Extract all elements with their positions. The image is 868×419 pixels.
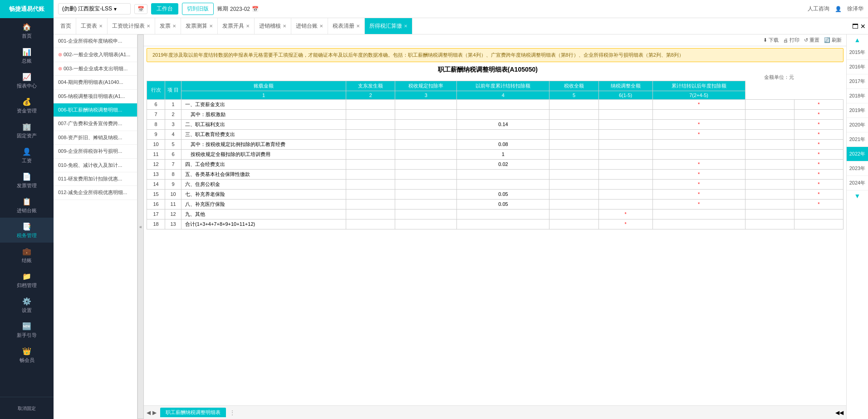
list-item-007[interactable]: 007-广告费和业务宣传费跨... <box>54 117 137 131</box>
row-c2[interactable] <box>395 109 457 119</box>
reset-button[interactable]: ↺ 重置 <box>804 37 819 44</box>
tab-invoice-close[interactable]: ✕ <box>172 24 176 29</box>
list-item-003[interactable]: ⊗003-一般企业成本支出明细... <box>54 62 137 76</box>
row-c1[interactable] <box>346 99 395 109</box>
row-c1[interactable] <box>346 179 395 189</box>
row-c6[interactable] <box>652 109 745 119</box>
row-c7[interactable] <box>745 99 794 109</box>
row-c1[interactable] <box>346 199 395 209</box>
year-2022[interactable]: 2022年 <box>847 147 868 161</box>
row-c6[interactable]: * <box>652 159 745 169</box>
row-c5[interactable]: * <box>598 219 652 229</box>
row-label[interactable]: 六、住房公积金 <box>181 179 346 189</box>
row-c4[interactable] <box>549 159 598 169</box>
row-c4[interactable] <box>549 139 598 149</box>
row-c8[interactable]: * <box>794 129 843 139</box>
row-c3[interactable] <box>457 179 549 189</box>
list-item-011[interactable]: 011-研发费用加计扣除优惠... <box>54 172 137 186</box>
row-c6[interactable]: * <box>652 199 745 209</box>
row-label[interactable]: 三、职工教育经费支出 <box>181 129 346 139</box>
sidebar-item-settings[interactable]: ⚙️ 设置 <box>0 292 54 317</box>
row-c3[interactable]: 0.02 <box>457 159 549 169</box>
row-c4[interactable] <box>549 119 598 129</box>
row-c6[interactable] <box>652 219 745 229</box>
list-item-006[interactable]: 006-职工薪酬纳税调整明细... <box>54 103 137 117</box>
calendar-button[interactable]: 📅 <box>134 4 147 14</box>
row-c3[interactable]: 0.05 <box>457 189 549 199</box>
row-c5[interactable] <box>598 119 652 129</box>
row-c5[interactable] <box>598 199 652 209</box>
row-c3[interactable]: 1 <box>457 149 549 159</box>
row-c7[interactable] <box>745 189 794 199</box>
row-c4[interactable] <box>549 129 598 139</box>
row-c6[interactable]: * <box>652 169 745 179</box>
row-c4[interactable] <box>549 149 598 159</box>
row-c5[interactable] <box>598 109 652 119</box>
row-c4[interactable] <box>549 169 598 179</box>
list-item-010[interactable]: 010-免税、减计收入及加计... <box>54 159 137 172</box>
sidebar-item-ledger[interactable]: 📊 总账 <box>0 43 54 68</box>
row-c1[interactable] <box>346 209 395 219</box>
row-c1[interactable] <box>346 109 395 119</box>
sheet-options-icon[interactable]: ⋮ <box>230 409 235 416</box>
tab-income-tax-close[interactable]: ✕ <box>404 24 407 29</box>
tab-payroll[interactable]: 工资表 ✕ <box>76 18 108 34</box>
sidebar-item-purchase-sales[interactable]: 📋 进销台账 <box>0 193 54 218</box>
row-c5[interactable]: * <box>598 209 652 219</box>
row-c7[interactable] <box>745 139 794 149</box>
row-label[interactable]: 九、其他 <box>181 209 346 219</box>
tab-ledger[interactable]: 进销台账 ✕ <box>291 18 328 34</box>
sidebar-item-guide[interactable]: 🆕 新手引导 <box>0 317 54 342</box>
row-c4[interactable] <box>549 109 598 119</box>
year-2015[interactable]: 2015年 <box>847 45 868 60</box>
company-selector[interactable]: (勿删) 江西股宝-LSS ▾ <box>58 3 131 15</box>
list-item-005[interactable]: 005-纳税调整项目明细表(A1... <box>54 90 137 103</box>
row-c8[interactable]: * <box>794 119 843 129</box>
list-item-004[interactable]: 004-期间费用明细表(A1040... <box>54 76 137 89</box>
row-c6[interactable] <box>652 209 745 219</box>
year-2017[interactable]: 2017年 <box>847 74 868 89</box>
row-label[interactable]: 其中：股权激励 <box>181 109 346 119</box>
table-container[interactable]: 职工薪酬纳税调整明细表(A105050) 金额单位：元 行次 项 目 账载金额 … <box>144 64 846 406</box>
row-c8[interactable]: * <box>794 139 843 149</box>
bottom-scroll-bar[interactable]: ◀◀ <box>835 409 843 416</box>
row-c8[interactable]: * <box>794 189 843 199</box>
row-c8[interactable]: * <box>794 179 843 189</box>
row-c8[interactable] <box>794 219 843 229</box>
tab-tax-book[interactable]: 税表清册 ✕ <box>328 18 365 34</box>
refresh-button[interactable]: 🔄 刷新 <box>824 37 842 44</box>
year-down-button[interactable]: ▼ <box>853 190 863 201</box>
row-c7[interactable] <box>745 159 794 169</box>
row-c2[interactable] <box>395 219 457 229</box>
help-button[interactable]: 人工咨询 <box>808 5 829 13</box>
sidebar-item-home[interactable]: 🏠 首页 <box>0 18 54 43</box>
row-c7[interactable] <box>745 149 794 159</box>
row-c2[interactable] <box>395 169 457 179</box>
row-c3[interactable] <box>457 219 549 229</box>
row-c6[interactable]: * <box>652 99 745 109</box>
row-c1[interactable] <box>346 219 395 229</box>
row-c5[interactable] <box>598 129 652 139</box>
row-label[interactable]: 五、各类基本社会保障性缴款 <box>181 169 346 179</box>
row-c3[interactable] <box>457 109 549 119</box>
tab-payroll-stats[interactable]: 工资统计报表 ✕ <box>108 18 155 34</box>
row-c1[interactable] <box>346 159 395 169</box>
tab-invoice[interactable]: 发票 ✕ <box>155 18 181 34</box>
row-c1[interactable] <box>346 139 395 149</box>
row-c6[interactable]: * <box>652 119 745 129</box>
list-item-009[interactable]: 009-企业所得税弥补亏损明... <box>54 145 137 158</box>
row-c8[interactable]: * <box>794 109 843 119</box>
list-item-002[interactable]: ⊗002-一般企业收入明细表(A1... <box>54 48 137 62</box>
year-up-button[interactable]: ▲ <box>853 34 863 45</box>
row-c4[interactable] <box>549 179 598 189</box>
row-c8[interactable]: * <box>794 99 843 109</box>
row-c2[interactable] <box>395 159 457 169</box>
row-c7[interactable] <box>745 209 794 219</box>
row-c3[interactable]: 0.14 <box>457 119 549 129</box>
row-c8[interactable]: * <box>794 159 843 169</box>
row-label[interactable]: 八、补充医疗保险 <box>181 199 346 209</box>
row-c7[interactable] <box>745 119 794 129</box>
row-c4[interactable] <box>549 199 598 209</box>
tab-audit[interactable]: 进销稽核 ✕ <box>255 18 291 34</box>
sidebar-item-archive[interactable]: 📁 归档管理 <box>0 268 54 292</box>
